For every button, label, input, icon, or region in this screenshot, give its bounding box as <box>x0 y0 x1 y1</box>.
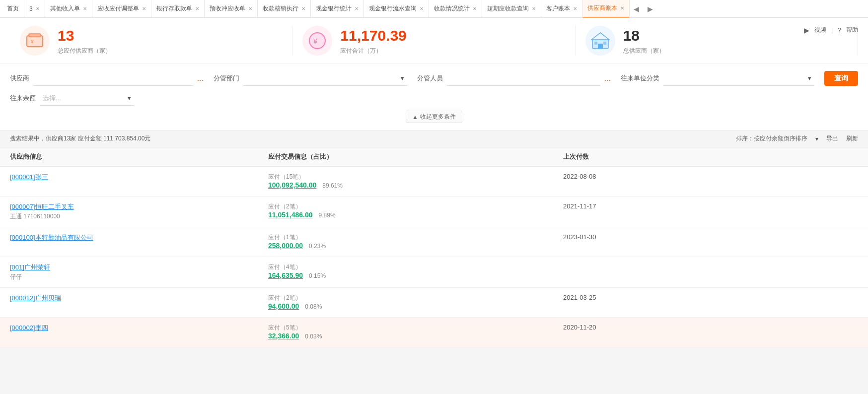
nav-tab-customer-ledger[interactable]: 客户账本 ✕ <box>541 0 582 18</box>
search-button[interactable]: 查询 <box>824 71 858 86</box>
nav-tab-customer-ledger-label: 客户账本 <box>546 4 570 13</box>
nav-tab-other-income[interactable]: 其他收入单 ✕ <box>45 0 92 18</box>
close-icon[interactable]: ✕ <box>248 6 252 11</box>
nav-tab-home[interactable]: 首页 <box>2 0 24 18</box>
supplier-name-link[interactable]: [000001]张三 <box>10 173 268 182</box>
nav-tab-3[interactable]: 3 ✕ <box>24 0 45 18</box>
tx-amount[interactable]: 94,600.00 <box>268 302 299 310</box>
tx-amount[interactable]: 100,092,540.00 <box>268 181 316 189</box>
nav-tab-overdue-ar-label: 超期应收款查询 <box>487 4 529 13</box>
result-summary-text: 搜索结果中，供应商13家 应付金额 111,703,854.00元 <box>10 134 150 143</box>
supplier-cell: [000002]李四 <box>10 324 268 332</box>
collapse-label: 收起更多条件 <box>420 113 456 121</box>
balance-select[interactable]: 选择... ▾ <box>40 91 134 106</box>
collapse-icon: ▲ <box>412 114 418 121</box>
tx-cell: 应付（15笔）100,092,540.0089.61% <box>268 173 563 189</box>
supplier-name-link[interactable]: [001]广州荣轩 <box>10 263 268 272</box>
close-icon[interactable]: ✕ <box>473 6 477 11</box>
close-icon[interactable]: ✕ <box>301 6 305 11</box>
table-body: [000001]张三应付（15笔）100,092,540.0089.61%202… <box>0 167 868 347</box>
person-dots[interactable]: ... <box>604 74 611 83</box>
filter-row-1: 供应商 ... 分管部门 ▾ 分管人员 ... 往来单位分类 ▾ 查询 <box>10 71 858 86</box>
close-icon[interactable]: ✕ <box>532 6 536 11</box>
result-actions: 排序：按应付余额倒序排序 ▾ 导出 刷新 <box>736 134 858 143</box>
supplier-dots[interactable]: ... <box>197 74 204 83</box>
close-icon[interactable]: ✕ <box>36 6 40 11</box>
stat-label-total-suppliers: 总供应商（家） <box>623 47 665 55</box>
stat-icon-store <box>585 26 615 56</box>
close-icon[interactable]: ✕ <box>573 6 577 11</box>
tx-amount[interactable]: 258,000.00 <box>268 242 303 250</box>
close-icon[interactable]: ✕ <box>142 6 146 11</box>
dept-select[interactable]: ▾ <box>243 71 407 86</box>
video-icon: ▶ <box>804 26 809 34</box>
dept-label: 分管部门 <box>214 74 239 83</box>
nav-tab-bank-deposit[interactable]: 银行存取款单 ✕ <box>151 0 205 18</box>
stat-block-ap-total: ¥ 11,170.39 应付合计（万） <box>292 26 575 56</box>
nav-tab-supplier-ledger[interactable]: 供应商账本 ✕ <box>582 0 630 18</box>
close-icon[interactable]: ✕ <box>195 6 199 11</box>
nav-tab-cash-bank-flow-label: 现金银行流水查询 <box>369 4 417 13</box>
nav-tab-collection-verify[interactable]: 收款核销执行 ✕ <box>258 0 311 18</box>
close-icon[interactable]: ✕ <box>355 6 359 11</box>
export-button[interactable]: 导出 <box>826 134 838 143</box>
nav-tab-collection-stat-label: 收款情况统计 <box>434 4 470 13</box>
chevron-down-icon-2: ▾ <box>808 74 811 82</box>
help-link[interactable]: 帮助 <box>846 26 858 34</box>
tx-amount[interactable]: 11,051,486.00 <box>268 211 313 219</box>
collapse-button[interactable]: ▲ 收起更多条件 <box>406 111 462 123</box>
filter-person: 分管人员 ... <box>417 71 611 86</box>
nav-tab-home-label: 首页 <box>7 4 19 13</box>
last-payment-date: 2021-11-17 <box>563 202 858 210</box>
nav-tab-other-income-label: 其他收入单 <box>50 4 80 13</box>
tx-cell: 应付（5笔）32,366.000.03% <box>268 324 563 340</box>
help-icon: ? <box>838 27 841 34</box>
category-select[interactable]: ▾ <box>663 71 814 86</box>
nav-tab-collection-stat[interactable]: 收款情况统计 ✕ <box>429 0 482 18</box>
close-icon[interactable]: ✕ <box>420 6 424 11</box>
tx-pct: 0.03% <box>305 333 322 340</box>
stat-value-ap-total: 11,170.39 <box>340 27 406 45</box>
stat-icon-ap: ¥ <box>302 26 332 56</box>
tx-label: 应付（2笔） <box>268 202 563 211</box>
tx-pct: 89.61% <box>322 182 343 189</box>
nav-tab-overdue-ar[interactable]: 超期应收款查询 ✕ <box>482 0 541 18</box>
close-icon[interactable]: ✕ <box>620 5 624 11</box>
table-row: [000001]张三应付（15笔）100,092,540.0089.61%202… <box>0 167 868 197</box>
stat-block-payable-suppliers: ¥ 13 总应付供应商（家） <box>10 26 292 56</box>
filter-balance: 往来余额 选择... ▾ <box>10 91 134 106</box>
nav-next-arrow[interactable]: ▶ <box>644 0 657 18</box>
supplier-name-link[interactable]: [000012]广州贝瑞 <box>10 294 268 303</box>
stat-label-ap-total: 应付合计（万） <box>340 47 406 55</box>
tx-amount[interactable]: 32,366.00 <box>268 332 299 340</box>
table-row: [000012]广州贝瑞应付（2笔）94,600.000.08%2021-03-… <box>0 288 868 318</box>
refresh-button[interactable]: 刷新 <box>846 134 858 143</box>
tx-label: 应付（5笔） <box>268 324 563 332</box>
supplier-input[interactable] <box>33 71 193 86</box>
supplier-name-link[interactable]: [000007]恒旺二手叉车 <box>10 202 268 211</box>
supplier-cell: [000100]本特勤油品有限公司 <box>10 233 268 242</box>
supplier-cell: [000001]张三 <box>10 173 268 182</box>
supplier-sub-info: 仔仔 <box>10 273 268 281</box>
col-header-supplier: 供应商信息 <box>10 152 268 161</box>
supplier-cell: [000007]恒旺二手叉车王通 17106110000 <box>10 202 268 221</box>
table-row: [001]广州荣轩仔仔应付（4笔）164,635.900.15% <box>0 257 868 288</box>
nav-prev-arrow[interactable]: ◀ <box>630 0 644 18</box>
video-link[interactable]: 视频 <box>814 26 826 34</box>
supplier-name-link[interactable]: [000100]本特勤油品有限公司 <box>10 233 268 242</box>
close-icon[interactable]: ✕ <box>83 6 87 11</box>
svg-point-3 <box>309 33 325 49</box>
person-input[interactable] <box>447 71 600 86</box>
stat-value-payable-suppliers: 13 <box>58 27 111 45</box>
nav-tab-cash-bank-stat[interactable]: 现金银行统计 ✕ <box>311 0 364 18</box>
balance-label: 往来余额 <box>10 94 36 103</box>
stat-info-total-suppliers: 18 总供应商（家） <box>623 27 665 55</box>
nav-tab-ar-ap-adjust[interactable]: 应收应付调整单 ✕ <box>92 0 151 18</box>
tx-amount[interactable]: 164,635.90 <box>268 271 303 279</box>
stat-icon-supplier: ¥ <box>20 26 50 56</box>
supplier-name-link[interactable]: [000002]李四 <box>10 324 268 332</box>
last-payment-date: 2021-03-25 <box>563 294 858 301</box>
last-payment-date: 2020-11-20 <box>563 324 858 331</box>
nav-tab-prepay-offset[interactable]: 预收冲应收单 ✕ <box>205 0 258 18</box>
nav-tab-cash-bank-flow[interactable]: 现金银行流水查询 ✕ <box>364 0 429 18</box>
